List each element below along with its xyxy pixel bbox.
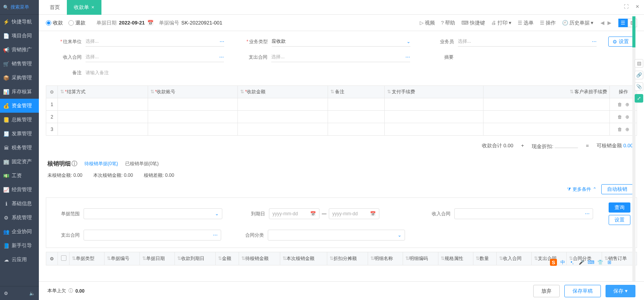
income-contract-input[interactable]: 选择...⋯ (86, 52, 224, 62)
delete-icon[interactable]: 🗑 (618, 114, 622, 120)
save-button[interactable]: 保存▾ (606, 285, 635, 297)
dcol-3[interactable]: ⇅收款到期日 (175, 252, 216, 265)
nav-item-2[interactable]: 📢营销推广 (0, 43, 39, 57)
done-tab[interactable]: 已核销单据(0笔) (125, 160, 159, 167)
gear-icon[interactable]: ⚙ (46, 86, 58, 98)
sort-icon[interactable]: ⇅ (218, 256, 222, 261)
dcol-2[interactable]: ⇅单据日期 (140, 252, 175, 265)
sort-icon[interactable]: ⇅ (107, 256, 111, 261)
add-icon[interactable]: ⊕ (625, 127, 629, 132)
sort-icon[interactable]: ⇅ (240, 89, 244, 94)
sort-icon[interactable]: ⇅ (330, 89, 334, 94)
remark-input[interactable]: 请输入备注 (86, 68, 621, 78)
cell[interactable] (328, 123, 385, 136)
chevron-down-icon[interactable]: ⌄ (407, 39, 410, 44)
rail-attach-icon[interactable]: 📎 (635, 82, 643, 91)
more-icon[interactable]: ⋯ (213, 232, 218, 238)
dcol-12[interactable]: ⇅收入合同 (496, 252, 531, 265)
cell[interactable] (58, 111, 148, 123)
nav-item-17[interactable]: ☁云应用 (0, 253, 39, 267)
tab-0[interactable]: 首页 (43, 0, 67, 15)
biz-type-select[interactable]: 应收款⌄ (272, 37, 410, 47)
sort-icon[interactable]: ⇅ (534, 256, 538, 261)
salesman-input[interactable]: 选择...⋯ (458, 37, 597, 47)
dcol-1[interactable]: ⇅单据编号 (105, 252, 140, 265)
col-5[interactable]: ⇅客户承担手续费 (483, 86, 609, 98)
print-action[interactable]: 🖨打印▾ (491, 19, 511, 26)
sort-icon[interactable]: ⇅ (60, 89, 64, 94)
more-icon[interactable]: ⋯ (220, 39, 224, 44)
fullscreen-icon[interactable]: ⛶ (624, 4, 628, 9)
date-from[interactable]: yyyy-mm-dd📅 (269, 208, 319, 219)
range-select[interactable]: ⌄ (84, 208, 222, 219)
rail-note-icon[interactable]: ▤ (635, 59, 643, 68)
nav-item-14[interactable]: ⚙系统管理 (0, 211, 39, 225)
calendar-icon[interactable]: 📅 (147, 20, 154, 26)
cell[interactable] (328, 98, 385, 111)
cell[interactable] (238, 123, 328, 136)
search-menu[interactable]: 🔍 搜索菜单 (0, 0, 39, 15)
prev-icon[interactable]: ◀ (600, 20, 605, 26)
cell[interactable] (148, 123, 238, 136)
delete-icon[interactable]: 🗑 (618, 102, 622, 107)
summary-input[interactable] (457, 52, 596, 62)
more-icon[interactable]: ⋯ (405, 54, 410, 60)
sort-icon[interactable]: ⇅ (283, 256, 286, 261)
dcol-4[interactable]: ⇅金额 (216, 252, 239, 265)
date-to[interactable]: yyyy-mm-dd📅 (329, 208, 379, 219)
ime-shirt-icon[interactable]: 👕 (597, 259, 604, 266)
sort-icon[interactable]: ⇅ (177, 256, 181, 261)
help-action[interactable]: ?帮助 (441, 19, 455, 26)
cell[interactable] (483, 123, 609, 136)
sort-icon[interactable]: ⇅ (330, 256, 333, 261)
cell[interactable] (238, 98, 328, 111)
history-action[interactable]: 🕘历史单据▾ (562, 19, 593, 26)
nav-item-0[interactable]: ⚡快捷导航 (0, 15, 39, 29)
sort-icon[interactable]: ⇅ (405, 256, 409, 261)
chevron-down-icon[interactable]: ⌄ (215, 211, 219, 216)
video-action[interactable]: ▷视频 (420, 19, 435, 26)
gear-icon[interactable]: ⚙ (46, 252, 58, 265)
expend-contract-input[interactable]: 选择...⋯ (271, 52, 410, 62)
nav-item-6[interactable]: 💰资金管理 (0, 99, 39, 113)
pending-tab[interactable]: 待核销单据(0笔) (84, 160, 118, 167)
cell[interactable] (385, 123, 483, 136)
dcol-5[interactable]: ⇅待核销金额 (239, 252, 280, 265)
col-3[interactable]: ⇅备注 (328, 86, 385, 98)
nav-item-7[interactable]: 📒总账管理 (0, 113, 39, 127)
radio-receive[interactable]: 收款 (46, 19, 63, 26)
delete-icon[interactable]: 🗑 (618, 127, 622, 132)
sort-icon[interactable]: ⇅ (72, 256, 76, 261)
info-icon[interactable]: ⓘ (68, 288, 73, 294)
chevron-down-icon[interactable]: ⌄ (398, 232, 401, 238)
sort-icon[interactable]: ⇅ (570, 89, 574, 94)
dcol-10[interactable]: ⇅规格属性 (438, 252, 473, 265)
dcol-0[interactable]: ⇅单据类型 (70, 252, 105, 265)
cell[interactable] (148, 111, 238, 123)
cell[interactable] (483, 111, 609, 123)
expend-contract-filter[interactable]: ⋯ (84, 230, 221, 241)
sort-icon[interactable]: ⇅ (241, 256, 245, 261)
nav-item-3[interactable]: 🛒销售管理 (0, 57, 39, 71)
cell[interactable] (385, 98, 483, 111)
vendor-input[interactable]: 选择...⋯ (86, 37, 224, 47)
filter-setting-button[interactable]: 设置 (609, 215, 630, 225)
nav-item-15[interactable]: 👥企业协同 (0, 225, 39, 239)
nav-item-16[interactable]: 📘新手引导 (0, 239, 39, 253)
shortcut-action[interactable]: ⌨快捷键 (461, 19, 485, 26)
discount-input[interactable] (555, 141, 578, 148)
operate-action[interactable]: ☰操作 (540, 19, 556, 26)
dcol-6[interactable]: ⇅本次核销金额 (280, 252, 327, 265)
ime-zh[interactable]: 中 (559, 259, 566, 266)
cell[interactable] (385, 111, 483, 123)
income-contract-filter[interactable]: ⋯ (454, 208, 593, 219)
sort-icon[interactable]: ⇅ (150, 89, 154, 94)
dcol-9[interactable]: ⇅明细编码 (403, 252, 438, 265)
nav-item-10[interactable]: 🏢固定资产 (0, 155, 39, 169)
tab-close-icon[interactable]: × (91, 4, 94, 10)
query-button[interactable]: 查询 (609, 202, 630, 213)
cell[interactable] (328, 111, 385, 123)
more-icon[interactable]: ⋯ (585, 211, 590, 216)
col-0[interactable]: ⇅*结算方式 (58, 86, 148, 98)
col-1[interactable]: ⇅*收款账号 (148, 86, 238, 98)
